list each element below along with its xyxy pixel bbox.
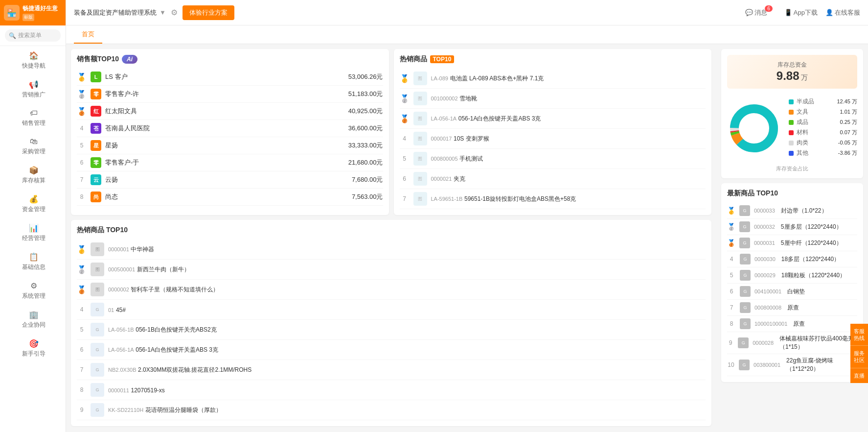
app-edition: 标版	[23, 14, 34, 21]
sidebar-item-system[interactable]: ⚙ 系统管理	[0, 276, 66, 305]
sidebar-item-enterprise[interactable]: 🏢 企业协同	[0, 305, 66, 334]
hot-product-code: 01	[108, 307, 114, 313]
sold-product-row: 🥇 图 LA-089 电池盖 LA-089 ABS本色+黑种 7.1克	[400, 69, 706, 89]
rank-number: 4	[77, 125, 87, 132]
sidebar-item-marketing[interactable]: 📢 营销推广	[0, 75, 66, 104]
customer-amount: 7,680.00元	[352, 175, 383, 184]
medal-icon: 🥈	[727, 223, 735, 231]
medal-icon: 🥇	[77, 72, 87, 82]
topbar-right: 💬 消息 6 📱 App下载 👤 在线客服	[745, 8, 860, 17]
hot-product-info: 0000011 12070519-xs	[108, 386, 706, 394]
customer-name: 云扬	[105, 175, 348, 184]
product-name: 电池盖 LA-089 ABS本色+黑种 7.1克	[450, 75, 544, 82]
search-label: 搜索菜单	[18, 31, 42, 40]
hot-product-info: KK-SD22110H 花语萌恒温分腿睡袋（厚款）	[108, 406, 706, 414]
customer-badge: 零	[91, 157, 101, 168]
customer-row: 4 苍 苍南县人民医院 36,600.00元	[77, 120, 383, 137]
product-code: LA-089	[431, 75, 448, 81]
app-logo: 🏪 畅捷通好生意 标版	[0, 0, 66, 25]
latest-thumb: G	[739, 221, 750, 232]
legend-value: 1.01 万	[840, 108, 857, 116]
sidebar-item-operations[interactable]: 📊 经营管理	[0, 218, 66, 247]
latest-products-card: 最新商品 TOP10 🥇 G 0000033 封边带（1.0*22） 🥈 G 0…	[721, 183, 863, 382]
app-download-area[interactable]: 📱 App下载	[784, 8, 818, 17]
customer-badge: L	[91, 72, 101, 82]
sold-product-row: 6 图 0000021 夹克	[400, 169, 706, 189]
hot-product-thumb: G	[91, 343, 104, 357]
medal-icon: 🥇	[77, 245, 87, 254]
nav-label: 快捷导航	[22, 62, 46, 70]
sidebar-item-quick-nav[interactable]: 🏠 快捷导航	[0, 46, 66, 75]
rank-number: 4	[400, 135, 410, 142]
customer-name: 零售客户-许	[105, 90, 344, 98]
legend-dot	[789, 99, 794, 104]
latest-code: 0000033	[754, 208, 775, 214]
latest-name: 封边带（1.0*22）	[781, 207, 827, 215]
sidebar-item-finance[interactable]: 💰 资金管理	[0, 190, 66, 218]
search-trigger[interactable]: 🔍 搜索菜单	[5, 29, 61, 42]
rank-number: 8	[727, 320, 736, 327]
float-button[interactable]: 客服 热线	[850, 324, 868, 346]
dropdown-icon[interactable]: ▼	[160, 9, 166, 16]
search-area[interactable]: 🔍 搜索菜单	[0, 25, 66, 46]
inventory-value-area: 9.88 万	[735, 69, 849, 83]
medal-icon: 🥇	[727, 207, 735, 215]
hot-product-info: 0000001 中华神器	[108, 245, 706, 254]
customer-row: 5 星 星扬 33,333.00元	[77, 137, 383, 154]
latest-name: 体械嘉核味苏打饮品400毫升（1*15）	[779, 335, 857, 351]
rank-number: 7	[727, 304, 736, 311]
rank-number: 6	[400, 175, 410, 182]
customers-table: 🥇 L LS 客户 53,006.26元 🥈 零 零售客户-许 51,183.0…	[77, 69, 383, 206]
hot-product-row: 7 G NB2.0X30B 2.0X30MM双搓花轴.搓花直径2.1MM/ROH…	[77, 360, 706, 380]
hot-products-card: 热销商品 TOP10 🥇 图 0000001 中华神器 🥈 图 00050000…	[71, 220, 711, 426]
latest-product-row: 4 G 0000030 18多层（1220*2440）	[727, 251, 857, 267]
hot-product-row: 5 G LA-056-1B 056-1B白色按键开关壳ABS2克	[77, 320, 706, 340]
product-name: 雪地靴	[459, 95, 477, 102]
message-area[interactable]: 💬 消息 6	[745, 8, 777, 17]
nav-label: 基础信息	[22, 263, 46, 271]
hot-product-code: NB2.0X30B	[108, 367, 136, 373]
customer-name: 尚态	[105, 192, 348, 201]
sidebar-item-guide[interactable]: 🎯 新手引导	[0, 334, 66, 363]
sidebar-item-sales[interactable]: 🏷 销售管理	[0, 104, 66, 132]
hot-product-row: 8 G 0000011 12070519-xs	[77, 380, 706, 400]
medal-icon: 🥇	[400, 74, 410, 83]
customer-name: 零售客户-于	[105, 158, 344, 167]
latest-name: 白钢垫	[787, 288, 805, 296]
hot-product-thumb: 图	[91, 242, 104, 256]
rank-number: 8	[77, 193, 87, 200]
sidebar-item-inventory[interactable]: 📦 库存核算	[0, 161, 66, 190]
nav-label: 系统管理	[22, 292, 46, 300]
float-button[interactable]: 直播	[850, 368, 868, 383]
content-area: 销售额TOP10 Ai 🥇 L LS 客户 53,006.26元 🥈 零 零售客…	[66, 44, 868, 432]
sidebar-item-purchase[interactable]: 🛍 采购管理	[0, 132, 66, 161]
nav-label: 销售管理	[22, 119, 46, 127]
nav-label: 采购管理	[22, 147, 46, 156]
customer-row: 8 尚 尚态 7,563.00元	[77, 189, 383, 206]
search-icon: 🔍	[9, 32, 16, 39]
product-name: 夹克	[454, 175, 465, 182]
sidebar-item-basic[interactable]: 📋 基础信息	[0, 247, 66, 276]
try-btn[interactable]: 体验行业方案	[183, 5, 234, 20]
customer-amount: 21,680.00元	[348, 158, 383, 167]
float-buttons: 客服 热线服务 社区直播	[850, 324, 868, 383]
legend-value: -3.86 万	[838, 149, 857, 157]
tab-home[interactable]: 首页	[74, 26, 102, 44]
float-button[interactable]: 服务 社区	[850, 346, 868, 368]
latest-name: 22g鱼豆腐-烧烤味（1*12*20）	[786, 357, 857, 373]
latest-thumb: G	[740, 286, 751, 297]
online-service-area[interactable]: 👤 在线客服	[825, 8, 860, 17]
latest-product-row: 6 G 004100001 白钢垫	[727, 284, 857, 300]
legend-dot	[789, 151, 794, 156]
system-title: 装备及固定资产辅助管理系统	[74, 8, 157, 17]
customer-name: LS 客户	[105, 72, 344, 81]
product-info: 0000017 10S 变刺罗猴	[431, 135, 706, 143]
medal-icon: 🥈	[400, 94, 410, 103]
sold-product-row: 4 图 0000017 10S 变刺罗猴	[400, 129, 706, 149]
product-code: LA-056-1A	[431, 116, 457, 121]
inventory-value: 9.88	[777, 69, 799, 82]
customer-row: 🥈 零 零售客户-许 51,183.00元	[77, 86, 383, 103]
settings-icon[interactable]: ⚙	[171, 8, 178, 17]
latest-product-row: 🥇 G 0000033 封边带（1.0*22）	[727, 203, 857, 219]
hot-products-title: 热销商品 TOP10	[77, 226, 706, 235]
